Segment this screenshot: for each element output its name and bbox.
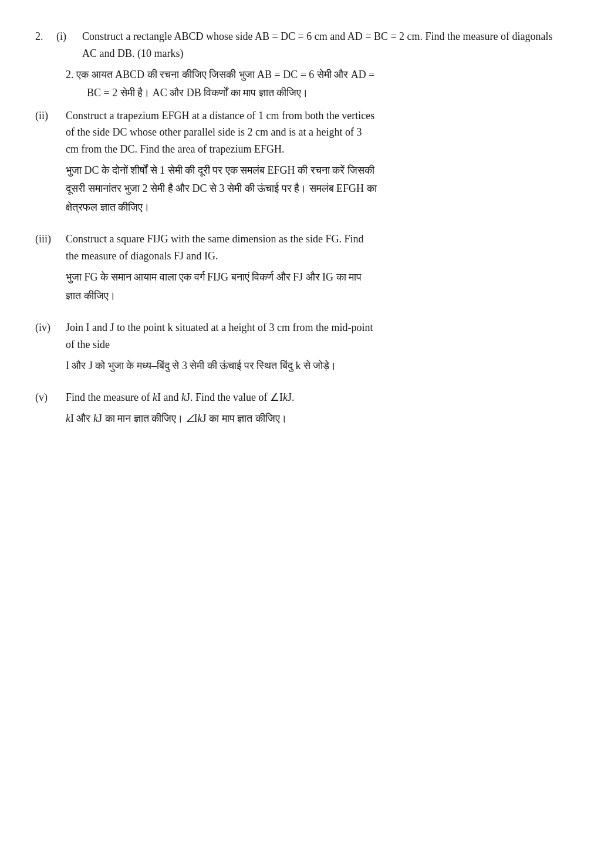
part-v-hindi-text: kI और kJ का मान ज्ञात कीजिए। ∠IkJ का माप… (66, 413, 287, 424)
part-iii-label: (iii) (35, 231, 66, 248)
part-v-hindi: kI और kJ का मान ज्ञात कीजिए। ∠IkJ का माप… (66, 410, 566, 428)
part-i-hindi-text-2: BC = 2 सेमी है। AC और DB विकर्णों का माप… (87, 87, 308, 99)
question-number: 2. (35, 28, 56, 45)
part-v-english: (v) Find the measure of kI and kJ. Find … (35, 389, 566, 406)
page: 2. (i) Construct a rectangle ABCD whose … (0, 0, 601, 868)
part-iv-label: (iv) (35, 319, 66, 336)
part-iii-hindi: भुजा FG के समान आयाम वाला एक वर्ग FIJG ब… (66, 268, 566, 305)
part-iv-english-text: Join I and J to the point k situated at … (66, 319, 566, 353)
part-v: (v) Find the measure of kI and kJ. Find … (35, 389, 566, 428)
part-ii-english-text: Construct a trapezium EFGH at a distance… (66, 107, 566, 158)
part-i-label: (i) (56, 28, 82, 45)
part-ii-hindi-text-2: दूसरी समानांतर भुजा 2 सेमी है और DC से 3… (66, 183, 377, 194)
part-ii-label: (ii) (35, 107, 66, 124)
part-iv-english: (iv) Join I and J to the point k situate… (35, 319, 566, 353)
part-ii-english: (ii) Construct a trapezium EFGH at a dis… (35, 107, 566, 158)
question-2: 2. (i) Construct a rectangle ABCD whose … (35, 28, 566, 428)
part-i-hindi-text: 2. एक आयत ABCD की रचना कीजिए जिसकी भुजा … (66, 69, 374, 80)
part-iii-hindi-text-2: ज्ञात कीजिए। (66, 290, 116, 302)
part-iv-hindi: I और J को भुजा के मध्य–बिंदु से 3 सेमी क… (66, 357, 566, 376)
part-ii-hindi: भुजा DC के दोनों शीर्षों से 1 सेमी की दू… (66, 161, 566, 217)
part-i-english-text: Construct a rectangle ABCD whose side AB… (82, 28, 566, 62)
part-ii: (ii) Construct a trapezium EFGH at a dis… (35, 107, 566, 217)
part-iii: (iii) Construct a square FIJG with the s… (35, 231, 566, 305)
part-iii-hindi-text: भुजा FG के समान आयाम वाला एक वर्ग FIJG ब… (66, 271, 362, 283)
part-i-english: 2. (i) Construct a rectangle ABCD whose … (35, 28, 566, 62)
part-iv-hindi-text: I और J को भुजा के मध्य–बिंदु से 3 सेमी क… (66, 360, 337, 371)
part-iii-english-text: Construct a square FIJG with the same di… (66, 231, 566, 265)
part-v-label: (v) (35, 389, 66, 406)
part-ii-hindi-text: भुजा DC के दोनों शीर्षों से 1 सेमी की दू… (66, 164, 374, 176)
part-i-hindi: 2. एक आयत ABCD की रचना कीजिए जिसकी भुजा … (66, 66, 566, 103)
part-iv: (iv) Join I and J to the point k situate… (35, 319, 566, 375)
part-v-english-text: Find the measure of kI and kJ. Find the … (66, 389, 566, 406)
part-iii-english: (iii) Construct a square FIJG with the s… (35, 231, 566, 265)
part-ii-hindi-text-3: क्षेत्रफल ज्ञात कीजिए। (66, 201, 150, 213)
